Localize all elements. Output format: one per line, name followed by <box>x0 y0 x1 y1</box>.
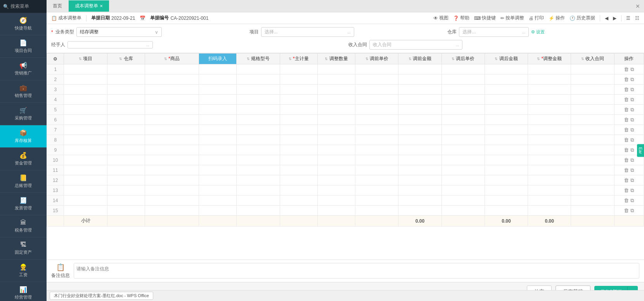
row-11-after-price[interactable] <box>441 165 485 175</box>
row-13-after-price[interactable] <box>441 185 485 195</box>
row-8-delete-icon[interactable]: 🗑 <box>624 137 629 143</box>
row-13-after-amt[interactable] <box>485 185 528 195</box>
sidebar-item-inventory-calc[interactable]: 📦库存核算 <box>0 125 47 148</box>
row-5-qty[interactable] <box>317 105 355 115</box>
row-12-project[interactable] <box>64 175 107 185</box>
row-7-goods[interactable] <box>145 125 199 135</box>
row-14-unit[interactable] <box>280 195 317 206</box>
income-contract-input[interactable]: 收入合同 ... <box>369 40 462 50</box>
sidebar-item-fixed-assets[interactable]: 🏗固定资产 <box>0 237 47 259</box>
row-1-warehouse[interactable] <box>107 64 145 74</box>
row-15-scan[interactable] <box>199 206 237 216</box>
row-2-delete-icon[interactable]: 🗑 <box>624 76 629 83</box>
row-11-delete-icon[interactable]: 🗑 <box>624 167 629 173</box>
row-5-income[interactable] <box>571 105 614 115</box>
row-12-qty[interactable] <box>317 175 355 185</box>
row-3-copy-icon[interactable]: ⧉ <box>630 86 634 93</box>
row-7-copy-icon[interactable]: ⧉ <box>630 127 634 133</box>
row-15-copy-icon[interactable]: ⧉ <box>630 208 634 214</box>
row-6-qty[interactable] <box>317 115 355 125</box>
row-9-qty[interactable] <box>317 145 355 155</box>
row-1-after-price[interactable] <box>441 64 485 74</box>
row-12-scan[interactable] <box>199 175 237 185</box>
row-3-before-price[interactable] <box>355 85 398 95</box>
row-10-scan[interactable] <box>199 155 237 165</box>
sidebar-item-purchase-mgmt[interactable]: 🛒采购管理 <box>0 103 47 125</box>
sidebar-item-quick-nav[interactable]: 🧭快捷导航 <box>0 13 47 35</box>
row-15-adjust-amt[interactable] <box>528 206 571 216</box>
row-6-income[interactable] <box>571 115 614 125</box>
sidebar-item-sales-mgmt[interactable]: 💼销售管理 <box>0 80 47 103</box>
row-4-before-price[interactable] <box>355 95 398 105</box>
row-6-unit[interactable] <box>280 115 317 125</box>
row-10-unit[interactable] <box>280 155 317 165</box>
row-2-goods[interactable] <box>145 74 199 85</box>
row-9-project[interactable] <box>64 145 107 155</box>
row-15-income[interactable] <box>571 206 614 216</box>
row-4-before-amt[interactable] <box>398 95 441 105</box>
row-15-after-amt[interactable] <box>485 206 528 216</box>
row-1-spec[interactable] <box>237 64 280 74</box>
sidebar-search[interactable]: 🔍 搜索菜单 <box>0 0 47 13</box>
row-1-before-amt[interactable] <box>398 64 441 74</box>
row-5-spec[interactable] <box>237 105 280 115</box>
row-12-before-amt[interactable] <box>398 175 441 185</box>
row-3-unit[interactable] <box>280 85 317 95</box>
notes-icon-box[interactable]: 📋 备注信息 <box>51 263 70 279</box>
row-4-spec[interactable] <box>237 95 280 105</box>
row-6-scan[interactable] <box>199 115 237 125</box>
row-14-after-price[interactable] <box>441 195 485 206</box>
row-8-qty[interactable] <box>317 135 355 145</box>
row-1-before-price[interactable] <box>355 64 398 74</box>
row-12-goods[interactable] <box>145 175 199 185</box>
handler-input[interactable]: ... <box>68 41 153 48</box>
row-6-project[interactable] <box>64 115 107 125</box>
row-2-scan[interactable] <box>199 74 237 85</box>
row-4-goods[interactable] <box>145 95 199 105</box>
sidebar-item-ledger-mgmt[interactable]: 📒总账管理 <box>0 170 47 193</box>
row-8-scan[interactable] <box>199 135 237 145</box>
row-8-goods[interactable] <box>145 135 199 145</box>
row-10-warehouse[interactable] <box>107 155 145 165</box>
row-14-qty[interactable] <box>317 195 355 206</box>
col-after-amt[interactable]: ⇅ 调后金额 <box>485 54 528 64</box>
window-close-button[interactable]: ✕ <box>632 1 644 12</box>
row-3-adjust-amt[interactable] <box>528 85 571 95</box>
row-7-warehouse[interactable] <box>107 125 145 135</box>
col-spec[interactable]: ⇅ 规格型号 <box>237 54 280 64</box>
row-6-after-amt[interactable] <box>485 115 528 125</box>
col-warehouse[interactable]: ⇅ 仓库 <box>107 54 145 64</box>
row-14-project[interactable] <box>64 195 107 206</box>
row-14-goods[interactable] <box>145 195 199 206</box>
project-input[interactable]: 选择... ... <box>261 27 354 37</box>
row-11-before-amt[interactable] <box>398 165 441 175</box>
row-1-unit[interactable] <box>280 64 317 74</box>
row-6-before-amt[interactable] <box>398 115 441 125</box>
col-scan[interactable]: 扫码录入 <box>199 54 237 64</box>
row-7-project[interactable] <box>64 125 107 135</box>
row-15-goods[interactable] <box>145 206 199 216</box>
row-14-adjust-amt[interactable] <box>528 195 571 206</box>
row-13-adjust-amt[interactable] <box>528 185 571 195</box>
row-15-unit[interactable] <box>280 206 317 216</box>
row-12-spec[interactable] <box>237 175 280 185</box>
row-5-warehouse[interactable] <box>107 105 145 115</box>
row-10-goods[interactable] <box>145 155 199 165</box>
row-4-warehouse[interactable] <box>107 95 145 105</box>
row-3-warehouse[interactable] <box>107 85 145 95</box>
row-4-adjust-amt[interactable] <box>528 95 571 105</box>
row-5-adjust-amt[interactable] <box>528 105 571 115</box>
row-10-qty[interactable] <box>317 155 355 165</box>
row-6-after-price[interactable] <box>441 115 485 125</box>
row-10-copy-icon[interactable]: ⧉ <box>630 157 634 163</box>
sidebar-item-tax-mgmt[interactable]: 🏛税务管理 <box>0 215 47 237</box>
row-11-before-price[interactable] <box>355 165 398 175</box>
row-9-spec[interactable] <box>237 145 280 155</box>
row-4-delete-icon[interactable]: 🗑 <box>624 97 629 103</box>
row-15-after-price[interactable] <box>441 206 485 216</box>
row-9-after-amt[interactable] <box>485 145 528 155</box>
row-11-goods[interactable] <box>145 165 199 175</box>
row-7-spec[interactable] <box>237 125 280 135</box>
row-14-warehouse[interactable] <box>107 195 145 206</box>
row-9-unit[interactable] <box>280 145 317 155</box>
